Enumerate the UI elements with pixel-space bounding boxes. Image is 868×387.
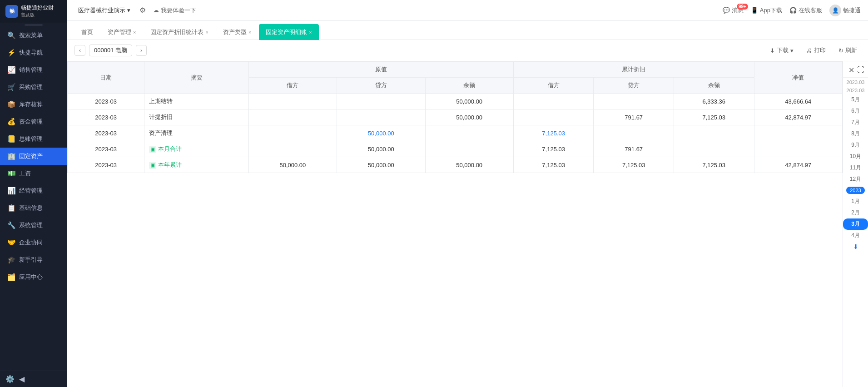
user-button[interactable]: 👤 畅捷通: [829, 5, 861, 16]
sidebar-item-apps[interactable]: 🗂️ 应用中心: [0, 268, 67, 286]
prev-button[interactable]: ‹: [74, 45, 85, 56]
timeline-month-2[interactable]: 2月: [843, 207, 868, 218]
timeline-month-4[interactable]: 4月: [843, 230, 868, 241]
sidebar-item-system[interactable]: 🔧 系统管理: [0, 217, 67, 234]
experience-button[interactable]: ☁ 我要体验一下: [149, 5, 200, 16]
sidebar-item-label: 应用中心: [19, 273, 43, 281]
timeline-month-3[interactable]: 3月: [843, 218, 868, 230]
cell-orig-balance: [425, 141, 513, 157]
sidebar-item-inventory[interactable]: 📦 库存核算: [0, 96, 67, 113]
messages-button[interactable]: 💬 消息 99+: [723, 6, 744, 15]
sidebar-item-label: 新手引导: [19, 256, 43, 264]
sidebar-item-wages[interactable]: 💵 工资: [0, 165, 67, 182]
cell-summary: 计提折旧: [144, 109, 248, 125]
company-selector[interactable]: 医疗器械行业演示 ▾: [74, 5, 134, 16]
cell-acc-credit: 791.67: [594, 141, 674, 157]
sidebar-item-collab[interactable]: 🤝 企业协同: [0, 234, 67, 251]
refresh-button[interactable]: ↻ 刷新: [835, 45, 861, 56]
customer-service-button[interactable]: 🎧 在线客服: [789, 6, 822, 15]
cell-acc-balance: 6,333.36: [674, 94, 754, 109]
sidebar-item-label: 销售管理: [19, 66, 43, 74]
company-settings-icon[interactable]: ⚙: [139, 6, 146, 15]
year-2023-badge[interactable]: 2023: [846, 187, 864, 194]
tab-asset-detail[interactable]: 固定资产明细账 ×: [259, 24, 318, 40]
table-row: 2023-03 上期结转 50,000.00 6,333.36 43,666.6…: [68, 94, 843, 109]
col-acc-depr: 累计折旧: [513, 62, 754, 78]
expand-panel-icon[interactable]: ⛶: [857, 66, 864, 74]
cell-date: 2023-03: [68, 141, 144, 157]
app-version: 普及版: [21, 12, 54, 18]
timeline-panel: ✕ ⛶ 2023.03 2023.03 5月 6月 7月 8月 9月 10月 1…: [843, 61, 868, 387]
sidebar-nav: 🔍 搜索菜单 ⚡ 快捷导航 📈 销售管理 🛒 采购管理 📦 库存核算 💰 资金管…: [0, 27, 67, 371]
cell-orig-credit: 50,000.00: [337, 141, 425, 157]
cell-net-value: 42,874.97: [754, 157, 842, 173]
tab-asset-type-close[interactable]: ×: [248, 30, 251, 35]
timeline-down-icon[interactable]: ⬇: [851, 241, 860, 252]
cell-acc-credit: [594, 94, 674, 109]
collapse-icon[interactable]: ◀: [19, 375, 25, 383]
customer-service-label: 在线客服: [799, 6, 822, 15]
cell-orig-balance: 50,000.00: [425, 109, 513, 125]
sidebar-item-quicknav[interactable]: ⚡ 快捷导航: [0, 44, 67, 61]
sidebar-item-sales[interactable]: 📈 销售管理: [0, 61, 67, 79]
tab-home[interactable]: 首页: [74, 24, 100, 40]
close-panel-icon[interactable]: ✕: [848, 66, 854, 74]
sidebar-footer: ⚙️ ◀: [0, 371, 67, 387]
timeline-month-5[interactable]: 5月: [843, 94, 868, 105]
message-badge: 99+: [737, 4, 748, 10]
tab-depreciation-close[interactable]: ×: [205, 30, 208, 35]
fixed-icon: 🏢: [7, 152, 15, 160]
timeline-month-1[interactable]: 1月: [843, 196, 868, 207]
sidebar-item-funds[interactable]: 💰 资金管理: [0, 113, 67, 130]
sidebar-item-basics[interactable]: 📋 基础信息: [0, 199, 67, 217]
asset-code-badge: 000001 电脑: [89, 45, 132, 56]
sidebar-item-general[interactable]: 📒 总账管理: [0, 130, 67, 148]
settings-icon[interactable]: ⚙️: [5, 375, 15, 383]
tab-asset-mgmt-close[interactable]: ×: [133, 30, 136, 35]
sidebar-item-guide[interactable]: 🎓 新手引导: [0, 251, 67, 268]
sidebar-item-label: 资金管理: [19, 118, 43, 126]
tab-asset-detail-close[interactable]: ×: [309, 30, 312, 35]
timeline-month-8[interactable]: 8月: [843, 128, 868, 139]
col-summary: 摘要: [144, 62, 248, 94]
timeline-month-7[interactable]: 7月: [843, 117, 868, 128]
cell-date: 2023-03: [68, 94, 144, 109]
next-button[interactable]: ›: [136, 45, 147, 56]
sidebar-item-purchase[interactable]: 🛒 采购管理: [0, 79, 67, 96]
cell-net-value: [754, 125, 842, 141]
subtotal-icon: ▣: [149, 146, 156, 153]
timeline-month-9[interactable]: 9月: [843, 139, 868, 151]
download-button[interactable]: ⬇ 下载 ▾: [766, 45, 797, 56]
general-icon: 📒: [7, 135, 15, 143]
sidebar-item-fixed[interactable]: 🏢 固定资产: [0, 148, 67, 165]
purchase-icon: 🛒: [7, 83, 15, 91]
timeline-month-6[interactable]: 6月: [843, 105, 868, 117]
sidebar-item-label: 固定资产: [19, 152, 43, 160]
cell-orig-debit: [248, 94, 337, 109]
timeline-month-12[interactable]: 12月: [843, 174, 868, 185]
tab-depreciation[interactable]: 固定资产折旧统计表 ×: [144, 24, 215, 40]
cell-orig-balance: [425, 125, 513, 141]
print-button[interactable]: 🖨 打印: [803, 45, 829, 56]
asset-code: 000001 电脑: [94, 47, 127, 54]
cell-summary: 资产清理: [144, 125, 248, 141]
app-download-button[interactable]: 📱 App下载: [751, 6, 782, 15]
subtotal-icon: ▣: [149, 162, 156, 169]
cell-orig-credit: [337, 109, 425, 125]
sidebar-item-search[interactable]: 🔍 搜索菜单: [0, 27, 67, 44]
timeline-month-11[interactable]: 11月: [843, 162, 868, 174]
tab-asset-mgmt[interactable]: 资产管理 ×: [101, 24, 143, 40]
header-right: 💬 消息 99+ 📱 App下载 🎧 在线客服 👤 畅捷通: [723, 5, 861, 16]
sidebar-item-label: 快捷导航: [19, 49, 43, 57]
timeline-month-10[interactable]: 10月: [843, 151, 868, 162]
sidebar-item-label: 基础信息: [19, 204, 43, 212]
guide-icon: 🎓: [7, 256, 15, 264]
tab-asset-type-label: 资产类型: [223, 28, 247, 36]
dropdown-arrow: ▾: [790, 47, 794, 54]
sidebar-item-ops[interactable]: 📊 经营管理: [0, 182, 67, 199]
panel-header: ✕ ⛶: [843, 63, 868, 78]
tab-asset-type[interactable]: 资产类型 ×: [216, 24, 258, 40]
cell-date: 2023-03: [68, 125, 144, 141]
cell-acc-credit: 791.67: [594, 109, 674, 125]
cell-date: 2023-03: [68, 157, 144, 173]
